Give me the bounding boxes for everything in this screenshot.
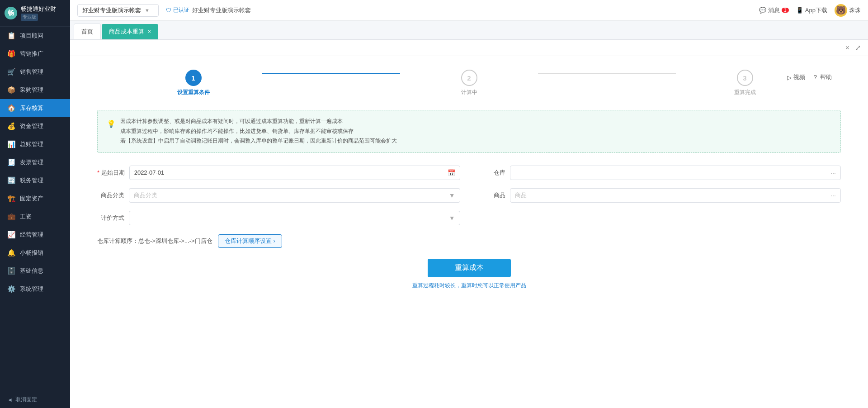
warehouse-order-btn-label: 仓库计算顺序设置 [225, 237, 272, 245]
warehouse-order-settings-button[interactable]: 仓库计算顺序设置 › [218, 234, 282, 248]
message-button[interactable]: 💬 消息 1 [759, 6, 789, 14]
fapiao-icon: 🧾 [7, 158, 15, 166]
shuiwu-icon: 🔄 [7, 176, 15, 185]
topbar: 好业财专业版演示帐套 ▼ 🛡 已认证 好业财专业版演示帐套 💬 消息 1 📱 A… [70, 0, 868, 21]
account-display-name: 好业财专业版演示帐套 [192, 6, 251, 14]
step-3-circle: 3 [737, 70, 753, 86]
category-row: 商品分类 商品分类 ▼ [97, 188, 460, 203]
xitong-icon: ⚙️ [7, 285, 15, 293]
avatar-icon: 🐻 [835, 4, 847, 17]
step-3: 3 重算完成 [676, 70, 814, 96]
sidebar-item-xiaoshou[interactable]: 🛒 销售管理 [0, 63, 70, 81]
form-grid: 起始日期 2022-07-01 📅 仓库 ··· [97, 166, 841, 225]
caigou-icon: 📦 [7, 86, 15, 94]
goods-row: 商品 商品 ··· [478, 188, 841, 203]
sidebar-item-caigou[interactable]: 📦 采购管理 [0, 81, 70, 99]
tab-close-icon[interactable]: × [148, 28, 151, 35]
sidebar-collapse-button[interactable]: ◄ 取消固定 [0, 391, 70, 408]
jichu-icon: 🗄️ [7, 267, 15, 275]
app-logo-icon: 畅 [5, 7, 17, 19]
kucun-icon: 🏠 [7, 104, 15, 112]
verified-badge: 🛡 已认证 [166, 6, 189, 14]
sidebar-item-label: 工资 [20, 213, 32, 221]
expand-window-button[interactable]: ⤢ [855, 43, 861, 52]
tab-home-label: 首页 [81, 28, 93, 36]
sidebar-item-gudingzichan[interactable]: 🏗️ 固定资产 [0, 190, 70, 208]
step-1-number: 1 [191, 74, 195, 82]
account-name: 好业财专业版演示帐套 [82, 6, 141, 14]
goods-input[interactable]: 商品 ··· [510, 188, 841, 203]
chevron-right-icon: › [274, 237, 275, 244]
pricing-input[interactable]: ▼ [129, 211, 460, 225]
goods-label: 商品 [478, 191, 505, 199]
xiaoshou-icon: 🛒 [7, 68, 15, 76]
collapse-icon: ◄ [7, 397, 13, 403]
sidebar: 畅 畅捷通好业财 专业版 📋 项目顾问 🎁 营销推广 🛒 销售管理 📦 采购管理… [0, 0, 70, 408]
step-2-number: 2 [467, 74, 471, 82]
sidebar-item-label: 税务管理 [20, 176, 43, 185]
more-icon: ··· [830, 192, 836, 199]
info-line-2: 成本重算过程中，影响库存账的操作均不能操作，比如进货单、销货单、库存单据不能审核… [120, 127, 397, 137]
sidebar-item-xitong[interactable]: ⚙️ 系统管理 [0, 280, 70, 298]
sidebar-item-shuiwu[interactable]: 🔄 税务管理 [0, 171, 70, 190]
inner-content: ▷ 视频 ？ 帮助 1 设置重算条 [70, 56, 868, 408]
sidebar-item-label: 基础信息 [20, 267, 43, 275]
sidebar-item-yingxiao[interactable]: 🎁 营销推广 [0, 45, 70, 63]
start-date-input[interactable]: 2022-07-01 📅 [129, 166, 460, 180]
info-text: 因成本计算参数调整、或是对商品成本有疑问时，可以通过成本重算功能，重新计算一遍成… [120, 117, 397, 146]
start-date-value: 2022-07-01 [134, 169, 165, 176]
recalc-button[interactable]: 重算成本 [428, 259, 511, 277]
steps-container: 1 设置重算条件 2 计算中 3 [97, 70, 841, 96]
step-2-circle: 2 [461, 70, 477, 86]
user-avatar[interactable]: 🐻 珠珠 [835, 4, 861, 17]
warehouse-input[interactable]: ··· [510, 166, 841, 180]
app-title-block: 畅捷通好业财 专业版 [21, 5, 56, 21]
sidebar-item-jingying[interactable]: 📈 经营管理 [0, 226, 70, 244]
page-window: × ⤢ ▷ 视频 ？ 帮助 [70, 40, 868, 408]
xiangmu-icon: 📋 [7, 32, 15, 40]
chevron-down-icon: ▼ [449, 214, 455, 222]
sidebar-item-label: 小畅报销 [20, 249, 43, 257]
verified-text: 已认证 [173, 6, 189, 14]
pricing-label: 计价方式 [97, 214, 124, 222]
close-window-button[interactable]: × [845, 44, 849, 52]
step-line-1 [262, 73, 400, 74]
window-header: × ⤢ [70, 40, 868, 56]
sidebar-item-label: 发票管理 [20, 158, 43, 166]
category-input[interactable]: 商品分类 ▼ [129, 188, 460, 203]
sidebar-item-fapiao[interactable]: 🧾 发票管理 [0, 153, 70, 171]
sidebar-item-kucun[interactable]: 🏠 库存核算 [0, 99, 70, 117]
user-name: 珠珠 [849, 6, 861, 14]
category-label: 商品分类 [97, 191, 124, 199]
recalc-section: 重算成本 重算过程耗时较长，重算时您可以正常使用产品 [97, 259, 841, 289]
sidebar-item-gongzi[interactable]: 💼 工资 [0, 208, 70, 226]
phone-icon: 📱 [796, 7, 803, 14]
message-label: 消息 [768, 6, 780, 14]
account-selector[interactable]: 好业财专业版演示帐套 ▼ [77, 4, 159, 17]
start-date-label: 起始日期 [97, 169, 125, 177]
chevron-down-icon: ▼ [145, 8, 150, 13]
warehouse-label: 仓库 [478, 169, 505, 177]
app-title: 畅捷通好业财 [21, 5, 56, 13]
sidebar-item-xiaochang[interactable]: 🔔 小畅报销 [0, 244, 70, 262]
gudingzichan-icon: 🏗️ [7, 195, 15, 203]
tab-home[interactable]: 首页 [74, 24, 101, 39]
message-badge: 1 [782, 8, 789, 13]
sidebar-item-jichu[interactable]: 🗄️ 基础信息 [0, 262, 70, 280]
sidebar-item-zijin[interactable]: 💰 资金管理 [0, 117, 70, 135]
topbar-left: 好业财专业版演示帐套 ▼ 🛡 已认证 好业财专业版演示帐套 [77, 4, 759, 17]
step-2: 2 计算中 [400, 70, 538, 96]
step-3-number: 3 [743, 74, 746, 82]
step-2-label: 计算中 [461, 89, 477, 96]
help-button[interactable]: ？ 帮助 [812, 73, 832, 81]
sidebar-item-xiangmu[interactable]: 📋 项目顾问 [0, 27, 70, 45]
tab-recalc[interactable]: 商品成本重算 × [102, 24, 158, 39]
sidebar-item-label: 销售管理 [20, 68, 43, 76]
info-line-3: 若【系统设置】中启用了自动调整记账日期时，会调整入库单的整单记账日期，因此重新计… [120, 136, 397, 146]
main-area: 好业财专业版演示帐套 ▼ 🛡 已认证 好业财专业版演示帐套 💬 消息 1 📱 A… [70, 0, 868, 408]
more-icon: ··· [830, 169, 836, 176]
sidebar-item-label: 库存核算 [20, 104, 43, 112]
category-placeholder: 商品分类 [134, 191, 157, 199]
sidebar-item-zongzhang[interactable]: 📊 总账管理 [0, 135, 70, 153]
app-download-button[interactable]: 📱 App下载 [796, 6, 827, 14]
